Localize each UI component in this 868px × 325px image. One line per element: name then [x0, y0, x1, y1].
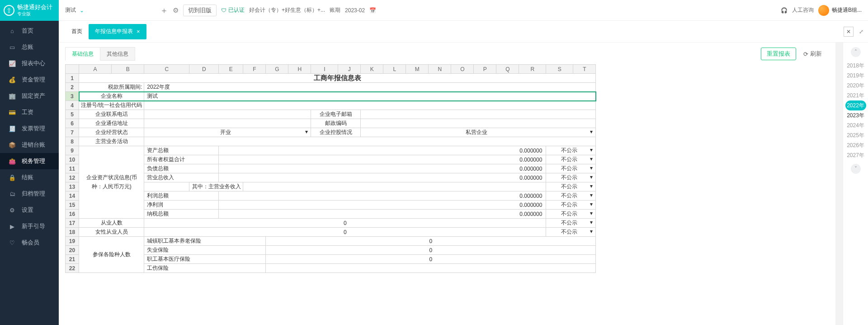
year-2024年[interactable]: 2024年 [845, 120, 866, 130]
reset-report-button[interactable]: 重置报表 [761, 48, 796, 60]
brand-name: 畅捷通好会计 [17, 4, 52, 11]
nav-item-6[interactable]: 🧾发票管理 [0, 120, 59, 137]
col-header[interactable]: C [144, 65, 189, 74]
nav-label: 新手引导 [22, 222, 45, 230]
nav-icon: 👛 [8, 157, 16, 165]
gear-icon[interactable]: ⚙ [173, 6, 179, 14]
brand-edition: 专业版 [17, 11, 52, 17]
nav-item-4[interactable]: 🏢固定资产 [0, 88, 59, 104]
nav-label: 首页 [22, 27, 33, 35]
nav-item-1[interactable]: ▭总账 [0, 39, 59, 55]
shield-check-icon: 🛡 [221, 7, 226, 14]
close-all-tabs[interactable]: ✕ [844, 27, 854, 37]
year-2019年[interactable]: 2019年 [845, 71, 866, 81]
refresh-label: 刷新 [810, 50, 822, 58]
topbar: 测试 ⌄ ＋ ⚙ 切到旧版 🛡 已认证 好会计（专）+好生意（标）+... 账期… [59, 0, 868, 21]
nav-label: 固定资产 [22, 92, 45, 100]
year-2020年[interactable]: 2020年 [845, 81, 866, 91]
nav-item-13[interactable]: ♡畅会员 [0, 234, 59, 251]
headset-icon: 🎧 [781, 7, 788, 14]
col-header[interactable]: J [338, 65, 361, 74]
org-name: 测试 [65, 6, 76, 14]
nav-icon: 🗂 [8, 190, 16, 198]
tab-home[interactable]: 首页 [65, 24, 89, 39]
nav-item-0[interactable]: ⌂首页 [0, 23, 59, 39]
year-2021年[interactable]: 2021年 [845, 91, 866, 100]
nav-label: 总账 [22, 43, 33, 51]
expand-icon[interactable]: ⤢ [859, 29, 863, 35]
nav-label: 设置 [22, 206, 33, 214]
col-header[interactable]: H [288, 65, 311, 74]
sidebar: ⇧ 畅捷通好会计 专业版 ⌂首页▭总账📈报表中心💰资金管理🏢固定资产💳工资🧾发票… [0, 0, 59, 325]
nav-icon: 💰 [8, 76, 16, 84]
subtab-basic[interactable]: 基础信息 [65, 47, 100, 61]
col-header[interactable]: N [429, 65, 451, 74]
nav-label: 税务管理 [22, 157, 45, 165]
year-2018年[interactable]: 2018年 [845, 61, 866, 71]
nav-item-11[interactable]: ⚙设置 [0, 202, 59, 218]
col-header[interactable]: M [406, 65, 429, 74]
nav-label: 工资 [22, 108, 33, 116]
col-header[interactable]: D [189, 65, 219, 74]
period-label: 账期 [330, 6, 340, 14]
col-header[interactable]: K [361, 65, 383, 74]
col-header[interactable]: B [112, 65, 144, 74]
year-2023年[interactable]: 2023年 [845, 110, 866, 120]
support-link[interactable]: 人工咨询 [792, 6, 814, 14]
col-header[interactable]: F [243, 65, 266, 74]
col-header[interactable]: Q [496, 65, 519, 74]
subtab-other[interactable]: 其他信息 [100, 47, 135, 61]
refresh-button[interactable]: ⟳刷新 [801, 48, 825, 60]
col-header[interactable]: I [311, 65, 338, 74]
vertical-scrollbar[interactable] [835, 43, 843, 325]
col-header[interactable]: O [451, 65, 474, 74]
org-selector[interactable]: 测试 ⌄ [65, 6, 156, 14]
col-header[interactable]: A [79, 65, 112, 74]
spreadsheet[interactable]: ABCDEFGHIJKLMNOPQRST1工商年报信息表2税款所属期间:2022… [65, 64, 835, 325]
nav-item-8[interactable]: 👛税务管理 [0, 153, 59, 169]
nav-icon: ▭ [8, 43, 16, 51]
nav-label: 进销台账 [22, 141, 45, 149]
col-header[interactable]: P [474, 65, 496, 74]
nav-label: 发票管理 [22, 124, 45, 133]
nav-item-2[interactable]: 📈报表中心 [0, 55, 59, 72]
year-down-icon[interactable]: ˅ [851, 164, 861, 174]
close-tab-icon[interactable]: × [137, 28, 140, 35]
sub-tabs: 基础信息 其他信息 [65, 47, 135, 61]
subtab-other-label: 其他信息 [107, 50, 128, 58]
col-header[interactable]: S [546, 65, 573, 74]
user-menu[interactable]: 畅捷通B组... [818, 5, 862, 16]
col-header[interactable]: L [383, 65, 406, 74]
subtab-basic-label: 基础信息 [72, 50, 94, 58]
nav-icon: 📦 [8, 141, 16, 149]
year-2027年[interactable]: 2027年 [845, 150, 866, 160]
year-up-icon[interactable]: ˄ [851, 47, 861, 57]
tab-annual-report[interactable]: 年报信息申报表 × [89, 24, 146, 39]
col-header[interactable]: G [266, 65, 288, 74]
col-header[interactable]: E [219, 65, 243, 74]
switch-old-button[interactable]: 切到旧版 [183, 5, 217, 16]
nav-item-10[interactable]: 🗂归档管理 [0, 186, 59, 202]
nav-item-3[interactable]: 💰资金管理 [0, 72, 59, 88]
nav-item-7[interactable]: 📦进销台账 [0, 137, 59, 153]
year-2026年[interactable]: 2026年 [845, 140, 866, 150]
nav-icon: ♡ [8, 239, 16, 247]
brand-logo[interactable]: ⇧ 畅捷通好会计 专业版 [0, 0, 59, 21]
refresh-icon: ⟳ [803, 51, 808, 57]
nav-label: 结账 [22, 173, 33, 182]
year-2025年[interactable]: 2025年 [845, 130, 866, 140]
plus-icon[interactable]: ＋ [160, 5, 168, 16]
nav-icon: 💳 [8, 108, 16, 116]
year-2022年[interactable]: 2022年 [845, 100, 866, 110]
col-header[interactable]: T [573, 65, 596, 74]
tab-active-label: 年报信息申报表 [95, 28, 133, 35]
period-value[interactable]: 2023-02 [345, 7, 365, 14]
col-header[interactable]: R [519, 65, 546, 74]
nav-item-5[interactable]: 💳工资 [0, 104, 59, 120]
nav-item-9[interactable]: 🔒结账 [0, 169, 59, 186]
nav-item-12[interactable]: ▶新手引导 [0, 218, 59, 234]
avatar [818, 5, 829, 16]
page-tabs: 首页 年报信息申报表 × ✕ ⤢ [59, 21, 868, 43]
calendar-icon[interactable]: 📅 [369, 7, 376, 14]
year-rail: ˄ 2018年2019年2020年2021年2022年2023年2024年202… [843, 43, 868, 325]
